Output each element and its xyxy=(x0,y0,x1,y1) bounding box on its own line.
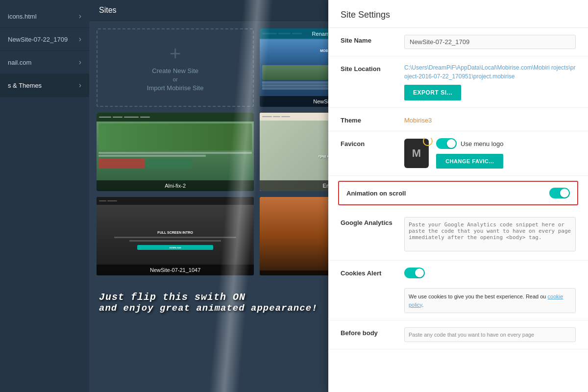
site-card-name: Alni-fix-2 xyxy=(97,180,254,191)
settings-title: Site Settings xyxy=(328,0,588,28)
animation-toggle[interactable] xyxy=(549,188,570,198)
before-body-label: Before body xyxy=(341,327,404,337)
favicon-row: Favicon M Use me xyxy=(328,131,588,176)
site-location-label: Site Location xyxy=(341,63,404,73)
sidebar-item-email[interactable]: nail.com › xyxy=(0,51,89,74)
animation-toggle-knob xyxy=(560,189,569,197)
site-location-value: C:\Users\DreamPiF\AppData\Local\Mobirise… xyxy=(404,63,576,100)
use-menu-logo-label: Use menu logo xyxy=(461,140,503,147)
cookies-text: We use cookies to give you the best expe… xyxy=(404,288,576,313)
or-label: or xyxy=(173,76,178,82)
cookies-label: Cookies Alert xyxy=(341,268,404,277)
cookies-toggle-track[interactable] xyxy=(404,268,425,278)
sites-title: Sites xyxy=(99,6,117,14)
favicon-right: Use menu logo CHANGE FAVIC... xyxy=(436,138,503,169)
chevron-right-icon: › xyxy=(79,35,81,44)
favicon-letter: M xyxy=(412,147,421,160)
use-menu-logo-row: Use menu logo xyxy=(436,138,503,149)
google-analytics-input[interactable] xyxy=(404,217,576,251)
overlay-line1: Just flip this swith ON xyxy=(99,292,323,303)
favicon-controls: M Use menu logo CHANGE FAVIC.. xyxy=(404,138,576,169)
chevron-right-icon: › xyxy=(79,81,81,90)
chevron-right-icon: › xyxy=(79,12,81,21)
location-text: C:\Users\DreamPiF\AppData\Local\Mobirise… xyxy=(404,63,576,81)
favicon-spinner xyxy=(423,136,433,146)
site-card-fullscreen[interactable]: FULL SCREEN INTRO DOWNLOAD NewSite-07-21… xyxy=(97,197,254,275)
animation-label: Animation on scroll xyxy=(346,190,406,197)
animation-row-wrapper: Animation on scroll xyxy=(328,176,588,210)
sidebar-item-label: icons.html xyxy=(8,13,37,20)
use-menu-logo-toggle[interactable] xyxy=(436,138,457,149)
site-name-row: Site Name xyxy=(328,28,588,56)
export-site-button[interactable]: EXPORT SI... xyxy=(404,85,461,100)
site-name-value xyxy=(404,35,576,49)
site-name-label: Site Name xyxy=(341,35,404,44)
site-location-row: Site Location C:\Users\DreamPiF\AppData\… xyxy=(328,56,588,108)
google-analytics-label: Google Analytics xyxy=(341,217,404,226)
before-body-value: Paste any code that you want to have on … xyxy=(404,327,576,342)
toggle-track[interactable] xyxy=(436,138,457,149)
sidebar-item-label: nail.com xyxy=(8,59,31,66)
animation-on-scroll-row: Animation on scroll xyxy=(338,181,578,205)
cookie-policy-link[interactable]: cookie policy xyxy=(409,294,563,308)
cookies-toggle-knob xyxy=(415,269,424,277)
cookies-value: We use cookies to give you the best expe… xyxy=(404,268,576,313)
theme-value: Mobirise3 xyxy=(404,115,576,124)
cookies-toggle[interactable] xyxy=(404,268,425,278)
sidebar: icons.html › NewSite-07-22_1709 › nail.c… xyxy=(0,0,89,392)
sidebar-item-themes[interactable]: s & Themes › xyxy=(0,74,89,97)
site-card-name: NewSite-07-21_1047 xyxy=(97,265,254,275)
favicon-value: M Use menu logo CHANGE FAVIC.. xyxy=(404,138,576,169)
theme-row: Theme Mobirise3 xyxy=(328,108,588,131)
theme-label: Theme xyxy=(341,115,404,124)
card-name-label: Alni-fix-2 xyxy=(165,183,186,189)
sidebar-item-icons[interactable]: icons.html › xyxy=(0,5,89,28)
import-label: Import Mobirise Site xyxy=(147,84,204,92)
overlay-text: Just flip this swith ON and enjoy great … xyxy=(99,292,323,314)
favicon-label: Favicon xyxy=(341,138,404,147)
cookies-row: Cookies Alert We use cookies to give you… xyxy=(328,261,588,320)
before-body-placeholder: Paste any code that you want to have on … xyxy=(404,327,576,342)
site-name-input[interactable] xyxy=(404,35,576,49)
settings-panel: Site Settings Site Name Site Location C:… xyxy=(328,0,588,392)
create-label: Create New Site xyxy=(152,67,198,74)
chevron-right-icon: › xyxy=(79,58,81,67)
favicon-icon: M xyxy=(404,139,429,168)
sidebar-item-newsite[interactable]: NewSite-07-22_1709 › xyxy=(0,28,89,51)
site-card-alni[interactable]: Alni-fix-2 xyxy=(97,113,254,191)
plus-icon: + xyxy=(170,44,181,63)
theme-name: Mobirise3 xyxy=(404,115,576,124)
card-name-label: NewSite-07-21_1047 xyxy=(150,267,200,273)
change-favicon-button[interactable]: CHANGE FAVIC... xyxy=(436,154,503,169)
google-analytics-row: Google Analytics xyxy=(328,210,588,261)
create-new-site-card[interactable]: + Create New Site or Import Mobirise Sit… xyxy=(97,28,254,107)
animation-toggle-track[interactable] xyxy=(549,188,570,198)
overlay-line2: and enjoy great animated appearance! xyxy=(99,303,323,314)
main-area: Sites + Create New Site or Import Mobiri… xyxy=(89,0,588,392)
sidebar-item-label: s & Themes xyxy=(8,82,42,89)
before-body-row: Before body Paste any code that you want… xyxy=(328,320,588,349)
google-analytics-value xyxy=(404,217,576,253)
toggle-knob xyxy=(447,139,456,148)
sidebar-item-label: NewSite-07-22_1709 xyxy=(8,36,68,43)
